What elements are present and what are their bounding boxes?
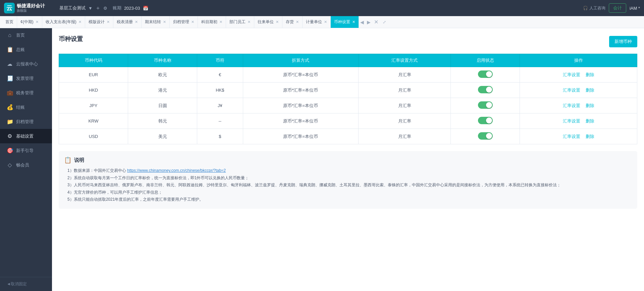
cell-rate-type-4: 月汇率	[358, 129, 451, 144]
cell-action-0: 汇率设置 删除	[520, 67, 637, 83]
col-name: 币种名称	[128, 54, 197, 67]
add-tab-icon[interactable]: ＋	[95, 5, 101, 12]
tab-contacts-close[interactable]: ✕	[276, 20, 279, 24]
settings-gear-icon: ⚙	[7, 133, 13, 139]
logo-icon: 云	[4, 3, 15, 13]
guide-icon: 🎯	[7, 147, 13, 154]
expand-tab-button[interactable]: ⤢	[380, 16, 388, 28]
notice-link[interactable]: https://www.chinamoney.com.cn/chinese/bk…	[127, 168, 226, 173]
tab-unit[interactable]: 计量单位 ✕	[303, 16, 331, 28]
delete-link-1[interactable]: 删除	[586, 88, 594, 93]
tab-currency[interactable]: 币种设置 ✕	[331, 16, 359, 28]
tab-dept-staff-close[interactable]: ✕	[248, 20, 251, 24]
toggle-track-2[interactable]	[478, 101, 493, 109]
cell-rate-type-2: 月汇率	[358, 98, 451, 113]
tab-next-button[interactable]: ▶	[366, 16, 372, 28]
sidebar-item-home-label: 首页	[16, 32, 25, 38]
sidebar-item-invoice-label: 发票管理	[16, 76, 34, 82]
cell-name-3: 韩元	[128, 113, 197, 129]
tab-prev-button[interactable]: ◀	[359, 16, 366, 28]
tab-template[interactable]: 模版设计 ✕	[85, 16, 113, 28]
table-row: EUR 欧元 € 原币*汇率=本位币 月汇率 汇率设置 删除	[59, 67, 637, 83]
tab-tax-table-close[interactable]: ✕	[135, 20, 138, 24]
notice-title: 📋 说明	[64, 156, 632, 164]
account-type-button[interactable]: 会计	[609, 3, 626, 13]
sidebar-item-tax[interactable]: 💼 税务管理	[0, 86, 52, 100]
rate-setting-link-1[interactable]: 汇率设置	[563, 88, 580, 93]
tab-annual-report[interactable]: 收入支出表(年报) ✕	[42, 16, 85, 28]
notice-icon: 📋	[64, 156, 71, 164]
toggle-2[interactable]	[478, 101, 493, 109]
delete-link-0[interactable]: 删除	[586, 72, 594, 77]
unpin-button[interactable]: ◄取消固定	[0, 277, 52, 291]
tab-home-label: 首页	[5, 19, 13, 25]
tab-template-close[interactable]: ✕	[107, 20, 110, 24]
table-row: KRW 韩元 -- 原币*汇率=本位币 月汇率 汇率设置 删除	[59, 113, 637, 129]
sidebar-item-archive-label: 归档管理	[16, 119, 34, 125]
company-name: 基层工会测试	[59, 5, 86, 11]
support-button[interactable]: 🎧 人工咨询	[583, 5, 605, 11]
sidebar-item-archive[interactable]: 📁 归档管理	[0, 114, 52, 129]
toggle-track-3[interactable]	[478, 117, 493, 124]
dropdown-arrow-icon[interactable]: ▼	[88, 6, 93, 11]
tab-period-close[interactable]: 期末结转 ✕	[142, 16, 170, 28]
cell-symbol-1: HK$	[197, 83, 243, 98]
notice-item-3: 4）无官方牌价的币种，可以用户手工维护汇率信息；	[67, 189, 632, 196]
tab-home[interactable]: 首页	[2, 16, 17, 28]
rate-setting-link-0[interactable]: 汇率设置	[563, 72, 580, 77]
tab-subject-init-close[interactable]: ✕	[219, 20, 222, 24]
sidebar-item-checkout[interactable]: 💰 结账	[0, 100, 52, 114]
new-currency-button[interactable]: 新增币种	[609, 36, 637, 47]
sidebar-item-ledger-label: 总账	[16, 47, 25, 53]
col-symbol: 币符	[197, 54, 243, 67]
tab-dept-staff[interactable]: 部门员工 ✕	[226, 16, 254, 28]
toggle-track-4[interactable]	[478, 132, 493, 140]
calendar-icon[interactable]: 📅	[143, 6, 148, 11]
close-all-tabs-button[interactable]: ✕	[372, 16, 380, 28]
tab-inventory-close[interactable]: ✕	[296, 20, 299, 24]
sidebar-item-member[interactable]: ◇ 畅会员	[0, 158, 52, 172]
tab-mid-report-close[interactable]: ✕	[36, 20, 39, 24]
toggle-0[interactable]	[478, 70, 493, 78]
cell-rate-type-1: 月汇率	[358, 83, 451, 98]
tab-archive[interactable]: 归档管理 ✕	[170, 16, 198, 28]
sidebar-item-home[interactable]: ⌂ 首页	[0, 28, 52, 42]
rate-setting-link-3[interactable]: 汇率设置	[563, 118, 580, 124]
settings-icon[interactable]: ⚙	[103, 6, 107, 11]
sidebar-item-settings[interactable]: ⚙ 基础设置	[0, 129, 52, 143]
sidebar-item-invoice[interactable]: 🧾 发票管理	[0, 71, 52, 86]
user-label: iAM *	[630, 6, 640, 11]
toggle-thumb-1	[486, 87, 492, 93]
rate-setting-link-4[interactable]: 汇率设置	[563, 134, 580, 139]
delete-link-2[interactable]: 删除	[586, 103, 594, 108]
tab-currency-close[interactable]: ✕	[352, 20, 355, 24]
tab-tax-table[interactable]: 税表清册 ✕	[113, 16, 142, 28]
toggle-track-0[interactable]	[478, 70, 493, 78]
tab-dept-staff-label: 部门员工	[229, 19, 246, 25]
table-row: JPY 日圆 J¥ 原币*汇率=本位币 月汇率 汇率设置 删除	[59, 98, 637, 113]
cell-code-0: EUR	[59, 67, 128, 83]
archive-icon: 📁	[7, 118, 13, 125]
toggle-track-1[interactable]	[478, 86, 493, 93]
tab-contacts[interactable]: 往来单位 ✕	[254, 16, 282, 28]
tab-unit-close[interactable]: ✕	[324, 20, 327, 24]
tab-annual-report-label: 收入支出表(年报)	[46, 19, 76, 25]
tab-mid-report[interactable]: ¢(中期) ✕	[17, 16, 42, 28]
tab-annual-report-close[interactable]: ✕	[78, 20, 82, 24]
tab-archive-close[interactable]: ✕	[191, 20, 194, 24]
rate-setting-link-2[interactable]: 汇率设置	[563, 103, 580, 108]
notice-title-label: 说明	[74, 157, 84, 163]
delete-link-4[interactable]: 删除	[586, 134, 594, 139]
toggle-3[interactable]	[478, 117, 493, 124]
cell-name-2: 日圆	[128, 98, 197, 113]
tab-inventory[interactable]: 存货 ✕	[282, 16, 303, 28]
sidebar-item-reports[interactable]: ☁ 云报表中心	[0, 57, 52, 71]
tab-subject-init[interactable]: 科目期初 ✕	[198, 16, 226, 28]
delete-link-3[interactable]: 删除	[586, 118, 594, 124]
sidebar-item-guide[interactable]: 🎯 新手引导	[0, 143, 52, 158]
tab-period-close-x[interactable]: ✕	[163, 20, 166, 24]
toggle-4[interactable]	[478, 132, 493, 140]
sidebar-item-ledger[interactable]: 📋 总账	[0, 42, 52, 57]
toggle-1[interactable]	[478, 86, 493, 93]
tab-contacts-label: 往来单位	[258, 19, 274, 25]
